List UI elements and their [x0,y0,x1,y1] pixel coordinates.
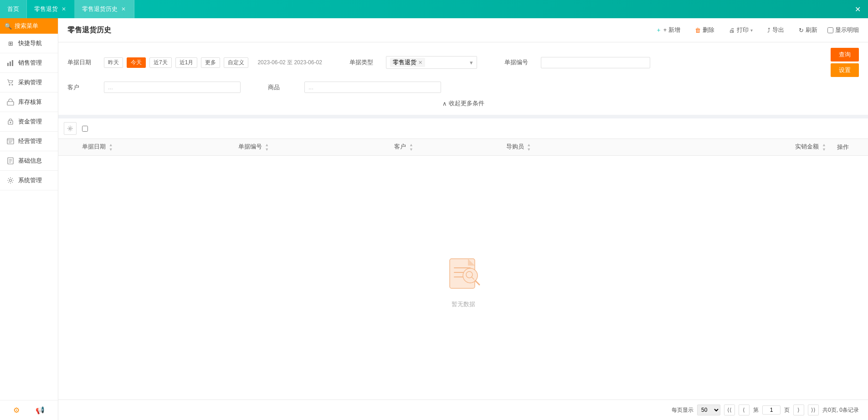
sidebar-item-finance[interactable]: 资金管理 [0,112,58,132]
search-icon: 🔍 [5,23,12,30]
next-page-btn[interactable]: ⟩ [793,405,804,415]
svg-point-3 [9,84,10,86]
svg-point-4 [12,84,13,86]
tab-home-label: 首页 [7,5,19,13]
svg-point-7 [10,122,11,123]
sales-icon [6,59,15,67]
delete-button[interactable]: 🗑 删除 [690,24,719,36]
export-button[interactable]: ⤴ 导出 [763,24,789,36]
pagination-bar: 每页显示 50 100 200 ⟨⟨ ⟨ 第 页 ⟩ ⟩⟩ 共0页, 0条记录 [58,400,868,420]
date-btn-today[interactable]: 今天 [127,57,146,68]
prev-page-btn[interactable]: ⟨ [739,405,750,415]
show-detail-input[interactable] [827,27,833,33]
top-bar: 首页 零售退货 ✕ 零售退货历史 ✕ ✕ [0,0,868,18]
sidebar-bottom: ⚙ 📢 [0,400,58,420]
th-operation-label: 操作 [837,143,849,150]
tab-home[interactable]: 首页 [0,0,27,18]
th-number-label: 单据编号 [238,143,262,150]
select-all-checkbox[interactable] [82,126,88,132]
date-range: 2023-06-02 至 2023-06-02 [257,59,322,67]
table-area: 单据日期 ▲▼ 单据编号 ▲▼ 客户 ▲▼ 导购员 [58,118,868,400]
page-word: 第 [753,406,759,414]
page-label: 页 [784,406,790,414]
print-button-label: 打印 [737,26,749,34]
sidebar-item-quick-nav[interactable]: ⊞ 快捷导航 [0,34,58,53]
date-btn-1month[interactable]: 近1月 [175,57,198,68]
tab-retail-return-label: 零售退货 [34,5,58,13]
tab-retail-return[interactable]: 零售退货 ✕ [27,0,75,18]
export-button-label: 导出 [772,26,784,34]
customer-input[interactable]: ... [104,82,241,93]
th-amount-sort[interactable]: ▲▼ [822,143,826,152]
th-guide[interactable]: 导购员 ▲▼ [501,139,635,156]
empty-illustration [441,247,486,293]
th-customer-sort[interactable]: ▲▼ [409,143,413,152]
sidebar-item-inventory[interactable]: 库存核算 [0,92,58,112]
filter-row-2: 客户 ... 商品 ... [67,82,859,93]
doc-type-select[interactable]: 零售退货 ✕ ▾ [386,56,477,69]
collapse-bar[interactable]: ∧ 收起更多条件 [67,97,859,109]
svg-rect-5 [7,102,14,105]
page-size-select[interactable]: 50 100 200 [697,405,720,415]
date-btn-custom[interactable]: 自定义 [224,57,248,68]
page-title: 零售退货历史 [67,26,111,35]
delete-button-label: 删除 [703,26,714,34]
th-number-sort[interactable]: ▲▼ [265,143,269,152]
th-number[interactable]: 单据编号 ▲▼ [233,139,389,156]
print-button[interactable]: 🖨 打印 ▾ [724,24,757,36]
page-number-input[interactable] [762,405,781,415]
show-detail-checkbox[interactable]: 显示明细 [827,26,859,34]
page-size-label: 每页显示 [672,406,693,414]
doc-type-label: 单据类型 [349,58,377,67]
goods-dots: ... [308,84,313,91]
print-arrow: ▾ [750,28,753,33]
speaker-icon[interactable]: 📢 [36,406,45,415]
sidebar-item-purchase-mgmt[interactable]: 采购管理 [0,73,58,92]
tab-retail-return-history[interactable]: 零售退货历史 ✕ [75,0,134,18]
sidebar-item-operations-label: 经营管理 [18,137,42,145]
last-page-btn[interactable]: ⟩⟩ [808,405,819,415]
header-actions: ＋ + 新增 🗑 删除 🖨 打印 ▾ ⤴ 导出 ↻ [651,24,859,36]
inventory-icon [6,98,15,106]
sidebar-item-sales-mgmt[interactable]: 销售管理 [0,53,58,73]
doc-number-input[interactable] [541,57,650,68]
first-page-btn[interactable]: ⟨⟨ [724,405,735,415]
th-date[interactable]: 单据日期 ▲▼ [77,139,233,156]
window-close-button[interactable]: ✕ [847,5,868,14]
date-btn-7days[interactable]: 近7天 [149,57,172,68]
sidebar-item-base-info[interactable]: 基础信息 [0,151,58,171]
goods-input[interactable]: ... [304,82,441,93]
new-button[interactable]: ＋ + 新增 [651,24,685,36]
query-button[interactable]: 查询 [831,48,859,61]
delete-icon: 🗑 [695,27,701,34]
setting-button[interactable]: 设置 [831,63,859,77]
date-btn-more[interactable]: 更多 [201,57,220,68]
sidebar-item-operations[interactable]: 经营管理 [0,132,58,151]
tab-retail-return-close[interactable]: ✕ [61,6,67,12]
tab-retail-return-history-close[interactable]: ✕ [120,6,127,12]
sys-mgmt-icon [6,176,15,184]
doc-type-tag-close[interactable]: ✕ [418,60,422,66]
th-spacer [635,139,676,156]
customer-dots: ... [108,84,113,91]
svg-point-16 [10,179,12,182]
settings-bottom-icon[interactable]: ⚙ [13,406,20,415]
th-customer[interactable]: 客户 ▲▼ [389,139,500,156]
filter-row-1: 单据日期 昨天 今天 近7天 近1月 更多 自定义 2023-06-02 至 2… [67,48,859,77]
tab-bar: 首页 零售退货 ✕ 零售退货历史 ✕ [0,0,847,18]
th-guide-label: 导购员 [506,143,524,150]
refresh-button[interactable]: ↻ 刷新 [794,24,822,36]
th-amount[interactable]: 实销金额 ▲▼ [675,139,832,156]
th-date-sort[interactable]: ▲▼ [109,143,113,152]
empty-state: 暂无数据 [58,156,868,400]
collapse-icon: ∧ [442,100,447,107]
print-icon: 🖨 [729,27,735,34]
sidebar-item-sys-mgmt[interactable]: 系统管理 [0,171,58,190]
doc-type-tag: 零售退货 ✕ [390,58,425,67]
sidebar-item-finance-label: 资金管理 [18,118,42,126]
table-settings-icon[interactable] [64,122,77,135]
th-guide-sort[interactable]: ▲▼ [527,143,531,152]
date-btn-yesterday[interactable]: 昨天 [104,57,123,68]
refresh-button-label: 刷新 [806,26,817,34]
sidebar-search[interactable]: 🔍 搜索菜单 [0,18,58,34]
